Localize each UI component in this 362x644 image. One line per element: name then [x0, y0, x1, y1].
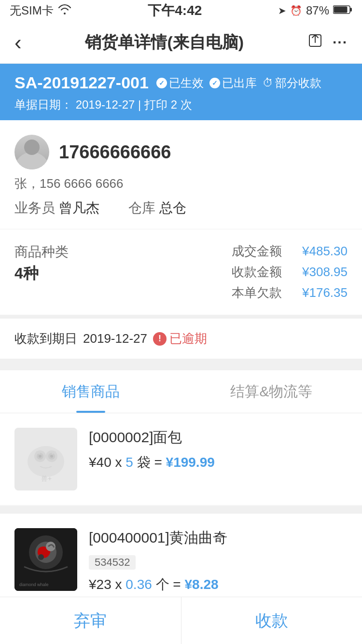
product-thumbnail-1: 兽+ [14, 428, 77, 490]
overdue-badge: ! 已逾期 [153, 330, 207, 347]
battery-icon [333, 4, 352, 17]
cancel-button[interactable]: 弃审 [0, 597, 181, 644]
alarm-icon: ⏰ [290, 5, 302, 16]
check-icon-2: ✓ [209, 78, 220, 88]
tabs-container: 销售商品 结算&物流等 [0, 370, 362, 413]
svg-point-11 [39, 455, 42, 458]
product-info-2: [000400001]黄油曲奇 534532 ¥23 x 0.36 个 = ¥8… [89, 528, 348, 594]
tab-products[interactable]: 销售商品 [0, 370, 181, 413]
svg-point-6 [28, 446, 64, 477]
product-info-1: [0000002]面包 ¥40 x 5 袋 = ¥199.99 [89, 428, 348, 472]
svg-point-5 [24, 140, 40, 155]
product-tag-2: 534532 [89, 554, 348, 570]
customer-phone: 17666666666 [59, 142, 171, 163]
warehouse-meta: 仓库 总仓 [128, 199, 186, 217]
status-badge-active: ✓ 已生效 [156, 75, 204, 91]
customer-detail: 张，156 6666 6666 [14, 175, 348, 192]
battery-text: 87% [306, 4, 329, 17]
overdue-text: 已逾期 [169, 330, 207, 347]
salesman-meta: 业务员 曾凡杰 [14, 199, 99, 217]
customer-section: 17666666666 张，156 6666 6666 业务员 曾凡杰 仓库 总… [0, 120, 362, 229]
stats-owed-row: 本单欠款 ¥176.35 [232, 284, 348, 301]
product-separator [0, 506, 362, 514]
customer-meta: 业务员 曾凡杰 仓库 总仓 [14, 199, 348, 217]
bottom-bar: 弃审 收款 [0, 597, 362, 644]
overdue-date: 2019-12-27 [83, 331, 147, 346]
clock-icon: ⏱ [263, 77, 273, 89]
product-name-1: [0000002]面包 [89, 428, 348, 448]
separator-1 [0, 363, 362, 370]
stats-collected-row: 收款金额 ¥308.95 [232, 264, 348, 280]
order-date-row: 单据日期： 2019-12-27 | 打印 2 次 [14, 97, 348, 112]
tab-logistics[interactable]: 结算&物流等 [181, 370, 362, 413]
wifi-icon [57, 4, 72, 17]
location-icon: ➤ [278, 5, 286, 16]
svg-point-12 [50, 455, 53, 458]
status-badge-shipped: ✓ 已出库 [209, 75, 257, 91]
svg-text:兽+: 兽+ [41, 475, 52, 482]
product-price-row-2: ¥23 x 0.36 个 = ¥8.28 [89, 575, 348, 594]
overdue-label: 收款到期日 [14, 330, 77, 347]
check-icon-1: ✓ [156, 78, 167, 88]
svg-rect-1 [350, 8, 352, 12]
stats-deal-row: 成交金额 ¥485.30 [232, 243, 348, 260]
page-title: 销货单详情(来自电脑) [85, 31, 244, 54]
nav-actions: ··· [307, 33, 348, 52]
product-thumbnail-2: diamond whale [14, 528, 77, 591]
confirm-button[interactable]: 收款 [181, 597, 362, 644]
svg-point-18 [38, 554, 44, 560]
status-badges: ✓ 已生效 ✓ 已出库 ⏱ 部分收款 [156, 75, 321, 91]
status-left: 无SIM卡 [10, 3, 72, 18]
stats-section: 商品种类 4种 成交金额 ¥485.30 收款金额 ¥308.95 本单欠款 ¥… [0, 229, 362, 319]
stats-type-label: 商品种类 [14, 243, 69, 261]
customer-main: 17666666666 [14, 135, 348, 169]
svg-rect-2 [334, 7, 347, 13]
stats-left: 商品种类 4种 [14, 243, 69, 284]
overdue-section: 收款到期日 2019-12-27 ! 已逾期 [0, 319, 362, 363]
list-item: 兽+ [0000002]面包 ¥40 x 5 袋 = ¥199.99 [0, 413, 362, 505]
product-price-row-1: ¥40 x 5 袋 = ¥199.99 [89, 453, 348, 472]
stats-right: 成交金额 ¥485.30 收款金额 ¥308.95 本单欠款 ¥176.35 [232, 243, 348, 301]
order-id: SA-20191227-001 [14, 73, 149, 92]
status-bar: 无SIM卡 下午4:42 ➤ ⏰ 87% [0, 0, 362, 21]
header-info-bar: SA-20191227-001 ✓ 已生效 ✓ 已出库 ⏱ 部分收款 单据日期：… [0, 64, 362, 120]
status-badge-partial: ⏱ 部分收款 [263, 75, 321, 91]
status-right: ➤ ⏰ 87% [278, 4, 352, 17]
overdue-dot-icon: ! [153, 332, 167, 346]
avatar [14, 135, 49, 169]
nav-bar: ‹ 销货单详情(来自电脑) ··· [0, 21, 362, 64]
stats-type-value: 4种 [14, 263, 69, 284]
back-button[interactable]: ‹ [14, 30, 22, 55]
tab-active-indicator [76, 411, 105, 413]
svg-text:diamond whale: diamond whale [19, 582, 49, 587]
more-icon[interactable]: ··· [333, 34, 348, 51]
carrier-text: 无SIM卡 [10, 3, 54, 18]
share-icon[interactable] [307, 33, 323, 52]
status-time: 下午4:42 [148, 1, 202, 20]
list-item: diamond whale [000400001]黄油曲奇 534532 ¥23… [0, 514, 362, 608]
product-name-2: [000400001]黄油曲奇 [89, 528, 348, 548]
